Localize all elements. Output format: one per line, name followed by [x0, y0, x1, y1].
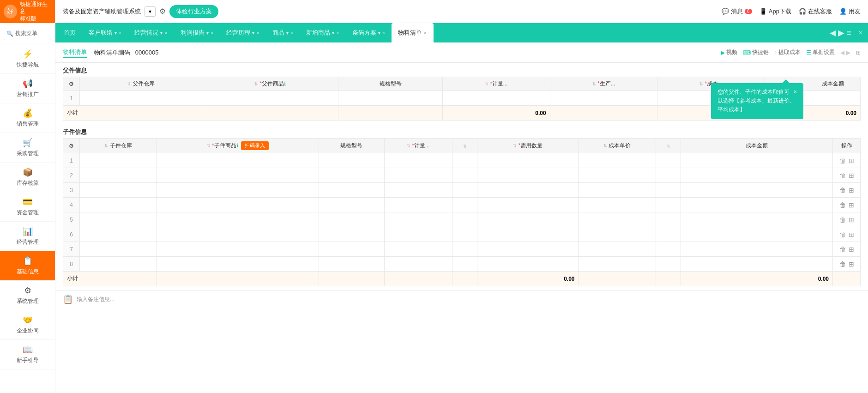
close-tab-icon[interactable]: × — [382, 30, 385, 36]
child-cell-warehouse[interactable] — [80, 257, 157, 272]
child-cell-qty[interactable] — [477, 198, 579, 212]
prev-record-button[interactable]: ◀ — [840, 49, 844, 56]
copy-row-icon[interactable]: ⊞ — [849, 246, 854, 253]
nav-tab-new-goods[interactable]: 新增商品 ▾ × — [300, 23, 345, 42]
sub-tab-bom-code[interactable]: 物料清单编码 0000005 — [94, 48, 158, 58]
child-cell-warehouse[interactable] — [80, 227, 157, 242]
child-cell-unit-price[interactable] — [579, 198, 656, 212]
scan-input-button[interactable]: 扫码录入 — [241, 141, 269, 150]
close-tab-icon[interactable]: × — [164, 30, 167, 36]
message-button[interactable]: 💬 消息 6 — [722, 7, 752, 16]
child-cell-extra[interactable] — [452, 257, 477, 272]
child-cell-extra[interactable] — [452, 212, 477, 227]
delete-row-icon[interactable]: 🗑 — [839, 260, 846, 268]
page-close-button[interactable]: × — [855, 29, 866, 36]
copy-row-icon[interactable]: ⊞ — [849, 216, 854, 224]
sidebar-item-guide[interactable]: 📖 新手引导 — [0, 340, 55, 369]
child-cell-qty[interactable] — [477, 153, 579, 168]
sub-tab-bom[interactable]: 物料清单 — [63, 47, 87, 58]
child-cell-unit[interactable] — [384, 198, 452, 212]
child-cell-goods[interactable] — [157, 168, 319, 183]
nav-tab-operations-status[interactable]: 经营情况 ▾ × — [128, 23, 174, 42]
sidebar-item-marketing[interactable]: 📢 营销推广 — [0, 74, 55, 103]
delete-row-icon[interactable]: 🗑 — [839, 216, 846, 224]
user-menu-button[interactable]: 👤 用友 — [839, 7, 861, 16]
child-cell-warehouse[interactable] — [80, 212, 157, 227]
parent-cell-spec[interactable] — [338, 91, 443, 106]
child-cell-extra2[interactable] — [656, 227, 681, 242]
child-cell-spec[interactable] — [319, 212, 384, 227]
child-cell-unit-price[interactable] — [579, 183, 656, 198]
copy-row-icon[interactable]: ⊞ — [849, 172, 854, 179]
child-cell-warehouse[interactable] — [80, 153, 157, 168]
shortcut-key-button[interactable]: ⌨ 快捷键 — [743, 48, 769, 56]
parent-cell-unit[interactable] — [442, 91, 550, 106]
nav-tab-home[interactable]: 首页 — [57, 23, 82, 42]
child-col-gear[interactable]: ⚙ — [63, 139, 80, 153]
system-dropdown-button[interactable]: ▾ — [145, 6, 156, 17]
child-cell-unit-price[interactable] — [579, 257, 656, 272]
child-cell-extra2[interactable] — [656, 183, 681, 198]
extract-cost-button[interactable]: ↑ 提取成本 — [774, 48, 801, 56]
tooltip-close-button[interactable]: × — [794, 88, 797, 97]
child-cell-unit[interactable] — [384, 257, 452, 272]
nav-tab-bom[interactable]: 物料清单 × — [392, 23, 433, 42]
child-cell-spec[interactable] — [319, 168, 384, 183]
child-cell-extra[interactable] — [452, 168, 477, 183]
child-cell-extra[interactable] — [452, 153, 477, 168]
child-cell-unit-price[interactable] — [579, 212, 656, 227]
next-record-button[interactable]: ▶ — [846, 49, 850, 56]
child-cell-spec[interactable] — [319, 257, 384, 272]
nav-menu-icon[interactable]: ≡ — [846, 28, 851, 38]
layout-toggle-button[interactable]: ⊞ — [856, 49, 861, 56]
settings-gear-icon[interactable]: ⚙ — [159, 7, 166, 16]
sidebar-item-inventory[interactable]: 📦 库存核算 — [0, 163, 55, 192]
delete-row-icon[interactable]: 🗑 — [839, 201, 846, 209]
child-cell-warehouse[interactable] — [80, 168, 157, 183]
nav-tab-customers[interactable]: 客户联络 ▾ × — [82, 23, 128, 42]
child-cell-extra2[interactable] — [656, 198, 681, 212]
child-cell-goods[interactable] — [157, 183, 319, 198]
parent-cell-production[interactable] — [550, 91, 657, 106]
nav-tab-barcode[interactable]: 条码方案 ▾ × — [346, 23, 392, 42]
nav-next-icon[interactable]: ▶ — [838, 28, 844, 38]
child-cell-extra[interactable] — [452, 183, 477, 198]
child-cell-goods[interactable] — [157, 227, 319, 242]
child-cell-goods[interactable] — [157, 153, 319, 168]
online-service-button[interactable]: 🎧 在线客服 — [799, 7, 832, 16]
child-cell-unit-price[interactable] — [579, 242, 656, 257]
parent-cell-goods[interactable] — [202, 91, 338, 106]
close-tab-icon[interactable]: × — [119, 30, 121, 36]
child-cell-extra2[interactable] — [656, 257, 681, 272]
child-cell-extra[interactable] — [452, 242, 477, 257]
child-cell-qty[interactable] — [477, 212, 579, 227]
child-cell-goods[interactable] — [157, 242, 319, 257]
child-cell-qty[interactable] — [477, 183, 579, 198]
child-cell-extra2[interactable] — [656, 168, 681, 183]
note-placeholder[interactable]: 输入备注信息... — [77, 296, 115, 303]
child-cell-extra2[interactable] — [656, 242, 681, 257]
app-download-button[interactable]: 📱 App下载 — [760, 7, 791, 16]
bill-settings-button[interactable]: ☰ 单据设置 — [806, 48, 835, 56]
sidebar-item-operations[interactable]: 📊 经营管理 — [0, 222, 55, 251]
video-guide-button[interactable]: ▶ 视频 — [721, 48, 737, 56]
child-cell-unit[interactable] — [384, 183, 452, 198]
close-tab-icon[interactable]: × — [290, 30, 293, 36]
delete-row-icon[interactable]: 🗑 — [839, 187, 846, 194]
sidebar-item-basic-info[interactable]: 📋 基础信息 — [0, 251, 55, 281]
child-cell-unit[interactable] — [384, 212, 452, 227]
parent-col-gear[interactable]: ⚙ — [63, 77, 80, 91]
nav-prev-icon[interactable]: ◀ — [830, 28, 836, 38]
child-cell-qty[interactable] — [477, 227, 579, 242]
delete-row-icon[interactable]: 🗑 — [839, 157, 846, 164]
delete-row-icon[interactable]: 🗑 — [839, 231, 846, 238]
copy-row-icon[interactable]: ⊞ — [849, 157, 854, 164]
close-tab-icon[interactable]: × — [256, 30, 259, 36]
sidebar-item-sales[interactable]: 💰 销售管理 — [0, 103, 55, 133]
child-cell-unit[interactable] — [384, 242, 452, 257]
child-cell-qty[interactable] — [477, 257, 579, 272]
child-cell-unit-price[interactable] — [579, 153, 656, 168]
child-cell-goods[interactable] — [157, 198, 319, 212]
sidebar-item-quick-nav[interactable]: ⚡ 快捷导航 — [0, 44, 55, 74]
child-cell-spec[interactable] — [319, 183, 384, 198]
